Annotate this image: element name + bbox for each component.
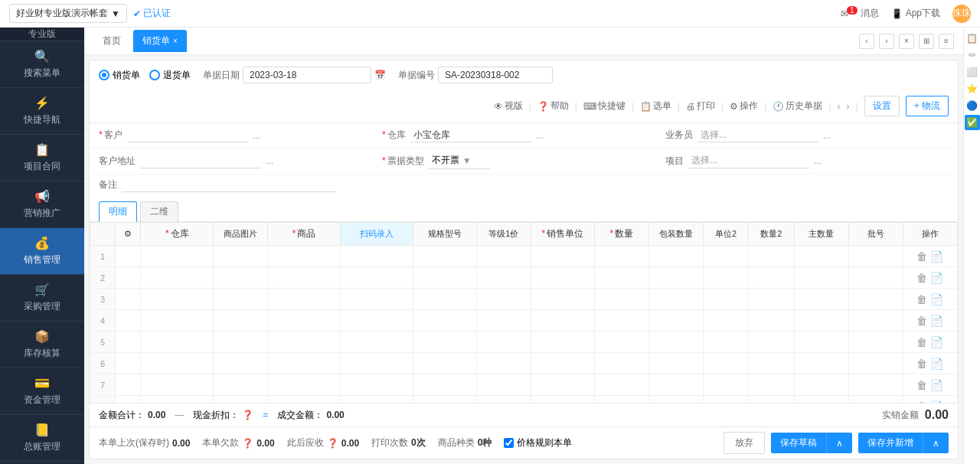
row-2-barcode[interactable] — [341, 267, 413, 289]
tab-sales-order[interactable]: 销货单 × — [133, 30, 187, 52]
calendar-icon[interactable]: 📅 — [374, 70, 386, 80]
toolbar-view[interactable]: 👁 视版 — [494, 100, 523, 113]
salesperson-dots[interactable]: ... — [823, 130, 831, 141]
sidebar-item-marketing[interactable]: 📢 营销推广 — [0, 181, 84, 228]
settings-button[interactable]: 设置 — [864, 96, 900, 116]
row-3-qty[interactable] — [594, 289, 648, 310]
row-3-barcode[interactable] — [341, 289, 413, 310]
row-delete-btn-5[interactable]: 🗑 — [916, 336, 927, 348]
radio-return[interactable]: 退货单 — [149, 69, 191, 82]
row-1-warehouse[interactable] — [141, 246, 214, 267]
col-header-product[interactable]: 商品 — [268, 223, 341, 246]
toolbar-select[interactable]: 📋 选单 — [640, 100, 671, 113]
right-panel-btn-2[interactable]: ✏ — [965, 47, 980, 63]
owe-help[interactable]: ❓ — [242, 438, 253, 449]
row-7-sale-unit[interactable] — [531, 374, 594, 396]
warehouse-input[interactable] — [410, 128, 531, 142]
abandon-button[interactable]: 放弃 — [724, 432, 765, 454]
num-input[interactable] — [438, 67, 553, 83]
window-close-button[interactable]: × — [899, 34, 914, 49]
discount-help[interactable]: ❓ — [242, 410, 253, 420]
right-panel-btn-6[interactable]: ✅ — [965, 115, 980, 130]
col-header-warehouse[interactable]: 仓库 — [141, 223, 214, 246]
row-6-warehouse[interactable] — [141, 353, 214, 374]
tab-home[interactable]: 首页 — [93, 30, 130, 52]
row-1-qty[interactable] — [594, 246, 648, 267]
row-8-warehouse[interactable] — [141, 396, 214, 404]
tab-nav-prev[interactable]: ‹ — [859, 34, 874, 49]
receive-help[interactable]: ❓ — [327, 438, 338, 449]
row-2-warehouse[interactable] — [141, 267, 214, 289]
right-panel-btn-1[interactable]: 📋 — [965, 31, 980, 46]
row-3-warehouse[interactable] — [141, 289, 214, 310]
row-5-qty[interactable] — [594, 332, 648, 353]
row-delete-btn-6[interactable]: 🗑 — [916, 358, 927, 370]
col-header-settings[interactable]: ⚙ — [116, 223, 141, 246]
row-copy-btn-1[interactable]: 📄 — [930, 250, 943, 263]
remark-input[interactable] — [122, 178, 336, 192]
row-2-qty[interactable] — [594, 267, 648, 289]
row-copy-btn-6[interactable]: 📄 — [930, 358, 943, 370]
row-copy-btn-5[interactable]: 📄 — [930, 336, 943, 348]
row-6-qty[interactable] — [594, 353, 648, 374]
col-header-barcode[interactable]: 扫码录入 — [341, 223, 413, 246]
row-delete-btn-3[interactable]: 🗑 — [916, 293, 927, 306]
row-4-barcode[interactable] — [341, 310, 413, 332]
col-header-spec[interactable]: 规格型号 — [413, 223, 476, 246]
row-3-sale-unit[interactable] — [531, 289, 594, 310]
toolbar-nav-prev[interactable]: ‹ — [838, 101, 841, 112]
row-8-sale-unit[interactable] — [531, 396, 594, 404]
toolbar-print[interactable]: 🖨 打印 — [686, 100, 715, 113]
row-copy-btn-2[interactable]: 📄 — [930, 272, 943, 284]
tab-close-icon[interactable]: × — [173, 37, 178, 45]
invoice-select[interactable]: 不开票 ▼ — [429, 152, 490, 169]
project-input[interactable] — [688, 154, 809, 168]
sidebar-item-search[interactable]: 🔍 搜索菜单 — [0, 41, 84, 88]
user-avatar[interactable]: 珠珠 — [952, 5, 971, 23]
row-delete-btn-4[interactable]: 🗑 — [916, 315, 927, 327]
row-7-warehouse[interactable] — [141, 374, 214, 396]
col-header-qty2[interactable]: 数量2 — [749, 223, 794, 246]
row-7-barcode[interactable] — [341, 374, 413, 396]
row-4-product[interactable] — [268, 310, 341, 332]
col-header-pack-qty[interactable]: 包装数量 — [648, 223, 703, 246]
col-header-main-qty[interactable]: 主数量 — [794, 223, 848, 246]
save-new-arrow[interactable]: ∧ — [923, 433, 949, 453]
tab-nav-next[interactable]: › — [879, 34, 894, 49]
sidebar-item-sales[interactable]: 💰 销售管理 — [0, 228, 84, 275]
row-delete-btn-7[interactable]: 🗑 — [916, 379, 927, 391]
address-dots[interactable]: ... — [266, 155, 273, 166]
row-2-product[interactable] — [268, 267, 341, 289]
row-copy-btn-3[interactable]: 📄 — [930, 293, 943, 306]
sidebar-item-project[interactable]: 📋 项目合同 — [0, 135, 84, 181]
app-download-button[interactable]: 📱 App下载 — [891, 7, 940, 20]
project-dots[interactable]: ... — [814, 155, 822, 166]
row-4-warehouse[interactable] — [141, 310, 214, 332]
row-8-qty[interactable] — [594, 396, 648, 404]
row-2-sale-unit[interactable] — [531, 267, 594, 289]
row-4-sale-unit[interactable] — [531, 310, 594, 332]
row-6-barcode[interactable] — [341, 353, 413, 374]
row-copy-btn-7[interactable]: 📄 — [930, 379, 943, 391]
right-panel-btn-5[interactable]: 🔵 — [965, 98, 980, 113]
col-header-batch[interactable]: 批号 — [848, 223, 903, 246]
toolbar-shortcut[interactable]: ⌨ 快捷键 — [583, 100, 626, 113]
sidebar-item-capital[interactable]: 💳 资金管理 — [0, 368, 84, 415]
company-selector[interactable]: 好业财专业版演示帐套 ▼ — [9, 4, 127, 23]
warehouse-dots[interactable]: ... — [536, 130, 544, 141]
sidebar-item-general[interactable]: 📒 总账管理 — [0, 415, 84, 462]
address-input[interactable] — [140, 154, 261, 168]
row-5-warehouse[interactable] — [141, 332, 214, 353]
sidebar-item-inventory[interactable]: 📦 库存核算 — [0, 322, 84, 368]
row-6-product[interactable] — [268, 353, 341, 374]
row-6-sale-unit[interactable] — [531, 353, 594, 374]
row-4-qty[interactable] — [594, 310, 648, 332]
row-1-barcode[interactable] — [341, 246, 413, 267]
col-header-unit2[interactable]: 单位2 — [704, 223, 749, 246]
toolbar-history[interactable]: 🕐 历史单据 — [773, 100, 822, 113]
add-logistics-button[interactable]: + 物流 — [906, 96, 949, 116]
tab-twod[interactable]: 二维 — [140, 201, 178, 221]
tab-detail[interactable]: 明细 — [99, 201, 137, 222]
row-5-product[interactable] — [268, 332, 341, 353]
col-header-grade-price[interactable]: 等级1价 — [476, 223, 531, 246]
